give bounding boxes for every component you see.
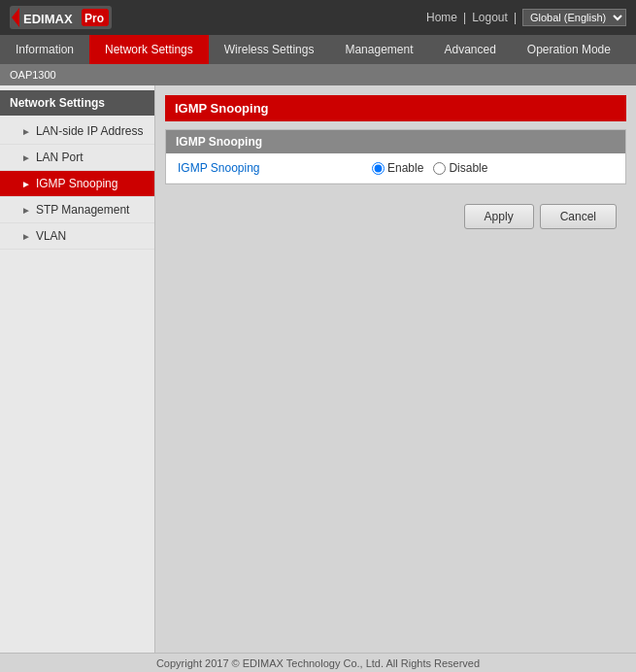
logo-svg: EDIMAX Pro: [10, 4, 117, 31]
sidebar-label: VLAN: [36, 229, 66, 243]
enable-label: Enable: [387, 161, 423, 175]
sidebar-label: LAN Port: [36, 151, 84, 164]
separator2: |: [514, 11, 517, 24]
nav-information[interactable]: Information: [0, 35, 89, 64]
sidebar-item-stp[interactable]: ► STP Management: [0, 197, 154, 223]
igmp-radio-group: Enable Disable: [372, 161, 614, 175]
nav-network-settings[interactable]: Network Settings: [89, 35, 209, 64]
separator1: |: [463, 11, 466, 24]
navbar: Information Network Settings Wireless Se…: [0, 35, 636, 64]
svg-text:EDIMAX: EDIMAX: [23, 12, 73, 26]
enable-radio[interactable]: [372, 162, 385, 175]
content-area: IGMP Snooping IGMP Snooping IGMP Snoopin…: [155, 85, 636, 653]
config-table: IGMP Snooping Enable Disable: [166, 153, 625, 184]
device-bar: OAP1300: [0, 64, 636, 85]
svg-text:Pro: Pro: [84, 12, 104, 25]
disable-label: Disable: [449, 161, 487, 175]
header-nav: Home | Logout | Global (English): [426, 9, 626, 26]
logo: EDIMAX Pro: [10, 4, 117, 31]
arrow-icon: ►: [21, 126, 31, 137]
table-row: IGMP Snooping Enable Disable: [166, 153, 625, 184]
arrow-icon: ►: [21, 205, 31, 216]
main-layout: Network Settings ► LAN-side IP Address ►…: [0, 85, 636, 653]
home-link[interactable]: Home: [426, 11, 457, 24]
sidebar-item-igmp[interactable]: ► IGMP Snooping: [0, 171, 154, 197]
enable-radio-label[interactable]: Enable: [372, 161, 423, 175]
sidebar-item-lan-port[interactable]: ► LAN Port: [0, 145, 154, 171]
sidebar: Network Settings ► LAN-side IP Address ►…: [0, 85, 155, 653]
igmp-panel: IGMP Snooping IGMP Snooping Enable: [165, 129, 626, 185]
panel-header: IGMP Snooping: [166, 130, 625, 153]
sidebar-label: IGMP Snooping: [36, 177, 118, 190]
footer-text: Copyright 2017 © EDIMAX Technology Co., …: [156, 657, 480, 669]
arrow-icon: ►: [21, 231, 31, 242]
sidebar-title: Network Settings: [0, 90, 154, 116]
nav-management[interactable]: Management: [329, 35, 428, 64]
igmp-snooping-label[interactable]: IGMP Snooping: [178, 161, 260, 175]
panel-body: IGMP Snooping Enable Disable: [166, 153, 625, 184]
page-title: IGMP Snooping: [165, 95, 626, 121]
arrow-icon: ►: [21, 152, 31, 163]
button-row: Apply Cancel: [165, 194, 626, 239]
nav-wireless-settings[interactable]: Wireless Settings: [209, 35, 330, 64]
disable-radio-label[interactable]: Disable: [433, 161, 487, 175]
language-select[interactable]: Global (English): [522, 9, 626, 26]
apply-button[interactable]: Apply: [464, 204, 534, 229]
sidebar-item-lan-ip[interactable]: ► LAN-side IP Address: [0, 118, 154, 145]
logout-link[interactable]: Logout: [472, 11, 508, 24]
sidebar-label: STP Management: [36, 203, 130, 217]
disable-radio[interactable]: [433, 162, 446, 175]
sidebar-item-vlan[interactable]: ► VLAN: [0, 223, 154, 250]
header: EDIMAX Pro Home | Logout | Global (Engli…: [0, 0, 636, 35]
arrow-icon: ►: [21, 179, 31, 189]
nav-operation-mode[interactable]: Operation Mode: [512, 35, 626, 64]
sidebar-label: LAN-side IP Address: [36, 124, 144, 138]
device-label: OAP1300: [10, 69, 56, 81]
cancel-button[interactable]: Cancel: [540, 204, 617, 229]
footer: Copyright 2017 © EDIMAX Technology Co., …: [0, 653, 636, 672]
nav-advanced[interactable]: Advanced: [428, 35, 511, 64]
